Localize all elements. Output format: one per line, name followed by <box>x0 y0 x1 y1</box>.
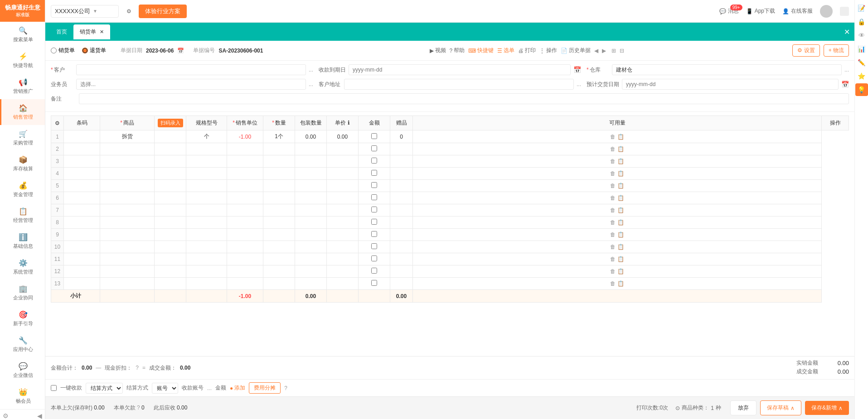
arrears-help-icon[interactable]: ? <box>137 405 140 411</box>
radio-return-order[interactable]: 退货单 <box>82 47 106 54</box>
app-download-group[interactable]: 📱 App下载 <box>746 7 775 15</box>
tab-close-icon[interactable]: ✕ <box>100 29 104 35</box>
notification-group[interactable]: 💬 消息 99+ <box>719 7 739 15</box>
rs-icon-6[interactable]: ⭐ <box>855 70 868 82</box>
delete-icon[interactable]: 🗑 <box>610 183 616 189</box>
row-product[interactable]: 拆货 <box>100 130 155 143</box>
copy-icon[interactable]: 📋 <box>617 195 624 201</box>
col-settings[interactable]: ⚙ <box>51 116 64 130</box>
help-btn[interactable]: ? 帮助 <box>450 47 465 54</box>
account-more-icon[interactable]: ... <box>207 385 212 391</box>
sidebar-item-marketing[interactable]: 📢 营销推广 <box>0 73 45 99</box>
copy-icon[interactable]: 📋 <box>617 158 624 164</box>
rs-icon-2[interactable]: 🔒 <box>855 15 868 28</box>
tab-close-all[interactable]: ✕ <box>844 28 850 36</box>
scan-button[interactable]: 扫码录入 <box>158 119 183 127</box>
radio-sales-order[interactable]: 销货单 <box>51 47 75 54</box>
company-selector[interactable]: XXXXXX公司 ▼ <box>51 5 119 18</box>
header-settings-icon[interactable]: ⚙ <box>122 5 135 18</box>
row-pkg-qty[interactable]: 1个 <box>263 130 295 143</box>
calendar-icon[interactable]: 📅 <box>177 48 184 54</box>
row-quantity[interactable]: -1.00 <box>227 130 263 143</box>
trial-button[interactable]: 体验行业方案 <box>139 5 187 18</box>
delete-icon[interactable]: 🗑 <box>610 280 616 287</box>
sidebar-item-basic[interactable]: ℹ️ 基础信息 <box>0 228 45 254</box>
salesperson-more-icon[interactable]: ... <box>309 81 313 87</box>
nav-prev-icon[interactable]: ◀ <box>594 48 598 54</box>
row-spec[interactable] <box>155 130 186 143</box>
delivery-date-calendar-icon[interactable]: 📅 <box>841 81 849 88</box>
sidebar-item-system[interactable]: ⚙️ 系统管理 <box>0 254 45 280</box>
delete-icon[interactable]: 🗑 <box>610 207 616 213</box>
print-btn[interactable]: 🖨 打印 <box>518 47 536 54</box>
sidebar-item-purchase[interactable]: 🛒 采购管理 <box>0 125 45 151</box>
sidebar-item-wechat[interactable]: 💬 企业微信 <box>0 357 45 383</box>
tab-home[interactable]: 首页 <box>50 24 73 39</box>
rs-icon-4[interactable]: 📊 <box>855 43 868 55</box>
remark-input[interactable] <box>79 93 849 104</box>
list-view-icon[interactable]: ⊟ <box>620 48 624 54</box>
copy-icon[interactable]: 📋 <box>617 134 624 140</box>
copy-icon[interactable]: 📋 <box>617 268 624 275</box>
delete-icon[interactable]: 🗑 <box>610 256 616 262</box>
salesperson-input[interactable] <box>76 79 306 90</box>
one-click-checkbox[interactable] <box>51 385 57 391</box>
customer-addr-more-icon[interactable]: ... <box>577 81 581 87</box>
sidebar-item-management[interactable]: 📋 经营管理 <box>0 202 45 228</box>
delete-icon[interactable]: 🗑 <box>610 231 616 238</box>
sidebar-item-finance[interactable]: 💰 资金管理 <box>0 177 45 202</box>
sidebar-item-vip[interactable]: 👑 畅会员 <box>0 383 45 409</box>
account-select[interactable]: 账号 <box>152 383 178 394</box>
save-new-button[interactable]: 保存&新增 ∧ <box>805 401 849 415</box>
copy-icon[interactable]: 📋 <box>617 170 624 177</box>
copy-icon[interactable]: 📋 <box>617 207 624 213</box>
copy-icon[interactable]: 📋 <box>617 183 624 189</box>
sidebar-item-sales[interactable]: 🏠 销售管理 <box>0 99 45 125</box>
warehouse-input[interactable] <box>612 64 842 75</box>
history-btn[interactable]: 📄 历史单据 <box>561 47 591 54</box>
expense-split-button[interactable]: 费用分摊 <box>249 382 281 394</box>
online-service-group[interactable]: 👤 在线客服 <box>782 7 813 15</box>
delivery-date-input[interactable] <box>622 79 839 90</box>
select-btn[interactable]: ☰ 选单 <box>497 47 514 54</box>
sidebar-item-quicknav[interactable]: ⚡ 快捷导航 <box>0 48 45 73</box>
sidebar-item-search[interactable]: 🔍 搜索菜单 <box>0 22 45 48</box>
discount-help-icon[interactable]: ? <box>136 365 139 371</box>
form-settings-button[interactable]: ⚙ 设置 <box>792 44 820 57</box>
delete-icon[interactable]: 🗑 <box>610 219 616 226</box>
delete-icon[interactable]: 🗑 <box>610 158 616 164</box>
due-date-calendar-icon[interactable]: 📅 <box>573 66 581 73</box>
copy-icon[interactable]: 📋 <box>617 219 624 226</box>
delete-icon[interactable]: 🗑 <box>610 146 616 152</box>
operate-btn[interactable]: ⋮ 操作 <box>539 47 557 54</box>
row-barcode[interactable] <box>64 130 100 143</box>
add-payment-button[interactable]: ● 添加 <box>230 384 245 392</box>
copy-icon[interactable]: 📋 <box>617 146 624 152</box>
row-price[interactable]: 0.00 <box>295 130 327 143</box>
rs-icon-3[interactable]: 👁 <box>855 29 868 42</box>
logistics-button[interactable]: + 物流 <box>824 44 849 57</box>
delete-icon[interactable]: 🗑 <box>610 134 616 140</box>
rs-icon-7[interactable]: 💡 <box>855 83 868 96</box>
copy-icon[interactable]: 📋 <box>617 244 624 250</box>
customer-addr-input[interactable] <box>344 79 574 90</box>
copy-icon[interactable]: 📋 <box>617 231 624 238</box>
customer-more-icon[interactable]: ... <box>309 67 313 73</box>
discard-button[interactable]: 放弃 <box>730 400 756 415</box>
delete-icon[interactable]: 🗑 <box>610 268 616 275</box>
sidebar-item-collab[interactable]: 🏢 企业协同 <box>0 280 45 306</box>
delete-icon[interactable]: 🗑 <box>610 244 616 250</box>
shortcut-btn[interactable]: ⌨ 快捷键 <box>468 47 494 54</box>
copy-icon[interactable]: 📋 <box>617 280 624 287</box>
delete-icon[interactable]: 🗑 <box>610 195 616 201</box>
sidebar-item-inventory[interactable]: 📦 库存核算 <box>0 151 45 177</box>
nav-next-icon[interactable]: ▶ <box>602 48 606 54</box>
customer-input[interactable] <box>76 64 306 75</box>
row-gift[interactable] <box>359 130 390 143</box>
method-select[interactable]: 结算方式 <box>86 383 123 394</box>
video-btn[interactable]: ▶ 视频 <box>430 47 446 54</box>
row-unit[interactable]: 个 <box>186 130 227 143</box>
sidebar-item-apps[interactable]: 🔧 应用中心 <box>0 332 45 357</box>
row-amount[interactable]: 0.00 <box>327 130 359 143</box>
sidebar-item-guide[interactable]: 🎯 新手引导 <box>0 306 45 332</box>
